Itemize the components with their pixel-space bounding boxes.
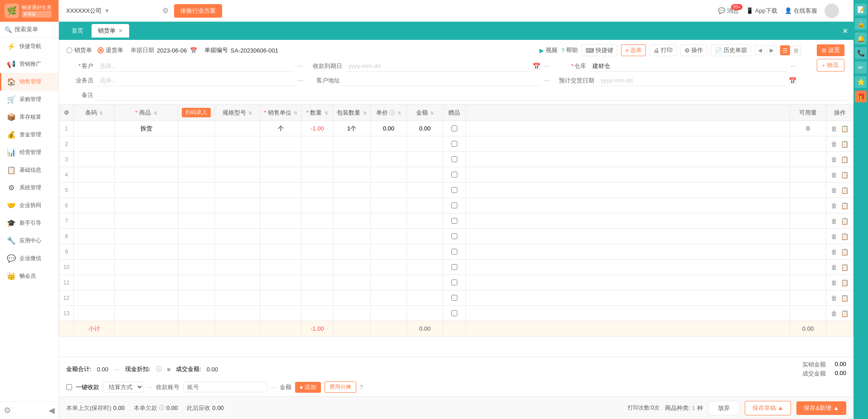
product-input[interactable] bbox=[118, 264, 174, 270]
gift-checkbox[interactable] bbox=[451, 156, 457, 162]
gift-checkbox[interactable] bbox=[451, 125, 457, 131]
product-input[interactable] bbox=[118, 140, 174, 147]
row-spec-cell[interactable] bbox=[215, 167, 260, 183]
right-panel-btn-6[interactable]: ⭐ bbox=[855, 76, 867, 88]
barcode-input[interactable] bbox=[78, 279, 111, 286]
amount-input[interactable] bbox=[411, 248, 439, 255]
warehouse-input[interactable] bbox=[590, 61, 786, 72]
row-pkg-cell[interactable] bbox=[333, 136, 371, 152]
tool-shortcut[interactable]: ⌨ 快捷键 bbox=[582, 44, 617, 56]
row-unit-cell[interactable] bbox=[260, 244, 301, 260]
spec-input[interactable] bbox=[218, 248, 256, 255]
row-amount-cell[interactable] bbox=[407, 244, 443, 260]
spec-input[interactable] bbox=[218, 310, 256, 317]
unit-input[interactable] bbox=[264, 187, 297, 193]
receipt-more-icon[interactable]: ··· bbox=[544, 62, 550, 70]
spec-input[interactable] bbox=[218, 202, 256, 209]
spec-input[interactable] bbox=[218, 294, 256, 301]
row-spec-cell[interactable] bbox=[215, 136, 260, 152]
customer-addr-more-icon[interactable]: ··· bbox=[544, 77, 550, 85]
row-unit-cell[interactable] bbox=[260, 260, 301, 275]
qty-input[interactable] bbox=[305, 171, 329, 178]
account-input[interactable] bbox=[183, 382, 267, 392]
spec-input[interactable] bbox=[218, 171, 256, 178]
customer-addr-input[interactable] bbox=[344, 75, 540, 86]
user-avatar[interactable] bbox=[824, 4, 839, 18]
delete-row-icon[interactable]: 🗑 bbox=[831, 248, 837, 255]
right-panel-btn-4[interactable]: 📞 bbox=[855, 47, 867, 59]
row-gift-cell[interactable] bbox=[443, 167, 466, 183]
tool-ops[interactable]: ⚙ 操作 bbox=[680, 44, 707, 56]
copy-row-icon[interactable]: 📋 bbox=[841, 171, 849, 178]
delete-row-icon[interactable]: 🗑 bbox=[831, 156, 837, 163]
row-barcode-cell[interactable] bbox=[74, 229, 115, 244]
settings-gear-icon[interactable]: ⚙ bbox=[4, 405, 11, 415]
qty-input[interactable] bbox=[305, 217, 329, 224]
copy-row-icon[interactable]: 📋 bbox=[841, 217, 849, 225]
row-price-cell[interactable] bbox=[370, 229, 407, 244]
row-product-cell[interactable] bbox=[115, 136, 178, 152]
row-gift-cell[interactable] bbox=[443, 213, 466, 229]
right-panel-btn-1[interactable]: 📝 bbox=[855, 4, 867, 15]
row-gift-cell[interactable] bbox=[443, 152, 466, 167]
expected-date-input[interactable] bbox=[598, 75, 785, 86]
gift-checkbox[interactable] bbox=[451, 218, 457, 224]
row-qty-cell[interactable] bbox=[301, 229, 333, 244]
row-qty-cell[interactable] bbox=[301, 290, 333, 306]
row-spec-cell[interactable] bbox=[215, 183, 260, 198]
barcode-input[interactable] bbox=[78, 171, 111, 178]
unit-input[interactable] bbox=[264, 294, 297, 301]
delete-row-icon[interactable]: 🗑 bbox=[831, 202, 837, 209]
row-barcode-cell[interactable] bbox=[74, 290, 115, 306]
one-click-payment-checkbox[interactable] bbox=[66, 384, 72, 390]
copy-row-icon[interactable]: 📋 bbox=[841, 202, 849, 209]
save-draft-button[interactable]: 保存草稿 ▲ bbox=[745, 401, 791, 415]
spec-input[interactable] bbox=[218, 279, 256, 286]
row-amount-cell[interactable] bbox=[407, 290, 443, 306]
spec-input[interactable] bbox=[218, 187, 256, 193]
unit-input[interactable] bbox=[264, 140, 297, 147]
row-unit-cell[interactable] bbox=[260, 152, 301, 167]
price-input[interactable] bbox=[374, 294, 403, 301]
sidebar-item-wechat[interactable]: 💬 企业微信 bbox=[0, 250, 58, 267]
delete-row-icon[interactable]: 🗑 bbox=[831, 264, 837, 271]
row-barcode-cell[interactable] bbox=[74, 121, 115, 136]
row-spec-cell[interactable] bbox=[215, 198, 260, 213]
row-qty-cell[interactable] bbox=[301, 152, 333, 167]
row-qty-cell[interactable] bbox=[301, 183, 333, 198]
barcode-input[interactable] bbox=[78, 233, 111, 240]
row-unit-cell[interactable] bbox=[260, 290, 301, 306]
remark-input[interactable] bbox=[97, 90, 846, 101]
qty-input[interactable] bbox=[305, 140, 329, 147]
right-panel-btn-5[interactable]: ✏ bbox=[855, 62, 867, 73]
row-unit-cell[interactable] bbox=[260, 229, 301, 244]
row-product-cell[interactable] bbox=[115, 244, 178, 260]
row-price-cell[interactable] bbox=[370, 152, 407, 167]
qty-input[interactable] bbox=[305, 248, 329, 255]
row-product-cell[interactable] bbox=[115, 167, 178, 183]
radio-return-order[interactable]: 退货单 bbox=[97, 46, 123, 54]
warehouse-more-icon[interactable]: ··· bbox=[790, 62, 796, 70]
row-amount-cell[interactable] bbox=[407, 136, 443, 152]
pkg-input[interactable] bbox=[337, 187, 367, 193]
row-price-cell[interactable] bbox=[370, 260, 407, 275]
price-input[interactable] bbox=[374, 264, 403, 270]
copy-row-icon[interactable]: 📋 bbox=[841, 310, 849, 317]
product-input[interactable] bbox=[118, 248, 174, 255]
amount-input[interactable] bbox=[411, 217, 439, 224]
price-input[interactable] bbox=[374, 217, 403, 224]
price-input[interactable] bbox=[374, 310, 403, 317]
pkg-input[interactable] bbox=[337, 125, 367, 132]
right-panel-btn-7[interactable]: 🎁 bbox=[855, 91, 867, 102]
customer-more-icon[interactable]: ··· bbox=[297, 62, 303, 70]
row-qty-cell[interactable] bbox=[301, 306, 333, 321]
amount-input[interactable] bbox=[411, 233, 439, 240]
row-barcode-cell[interactable] bbox=[74, 275, 115, 290]
delete-row-icon[interactable]: 🗑 bbox=[831, 233, 837, 240]
gift-checkbox[interactable] bbox=[451, 202, 457, 208]
sidebar-item-enterprise[interactable]: 🤝 企业协同 bbox=[0, 197, 58, 214]
delete-row-icon[interactable]: 🗑 bbox=[831, 140, 837, 148]
row-unit-cell[interactable] bbox=[260, 198, 301, 213]
spec-input[interactable] bbox=[218, 217, 256, 224]
gift-checkbox[interactable] bbox=[451, 310, 457, 316]
